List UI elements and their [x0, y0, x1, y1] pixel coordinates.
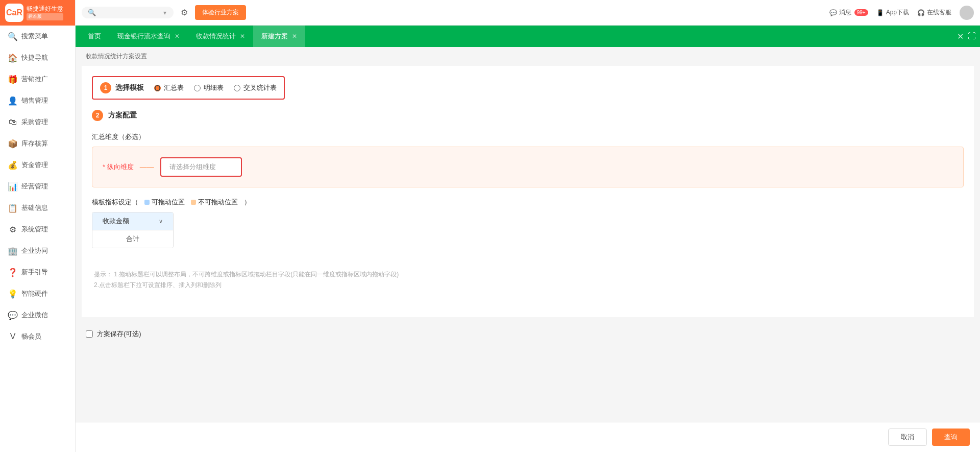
radio-交叉统计表[interactable]: 交叉统计表: [234, 83, 277, 92]
settings-icon[interactable]: ⚙: [179, 6, 190, 19]
query-button[interactable]: 查询: [932, 429, 970, 446]
nav-label: 畅会员: [21, 332, 41, 341]
service-item[interactable]: 🎧 在线客服: [917, 8, 951, 17]
sidebar-item-快捷导航[interactable]: 🏠快捷导航: [0, 47, 75, 68]
logo-icon: CaR: [5, 4, 23, 22]
sidebar-item-畅会员[interactable]: V畅会员: [0, 326, 75, 347]
sidebar-item-企业协同[interactable]: 🏢企业协同: [0, 240, 75, 261]
radio-input-1[interactable]: [194, 85, 201, 91]
message-icon: 💬: [829, 9, 837, 16]
tab-label: 现金银行流水查询: [117, 32, 170, 41]
logo-text: 畅捷通好生意 标准版: [27, 5, 63, 20]
non-draggable-label: 不可拖动位置: [198, 198, 238, 207]
save-label: 方案保存(可选): [97, 329, 141, 339]
message-item[interactable]: 💬 消息 99+: [829, 8, 868, 17]
sidebar-item-搜索菜单[interactable]: 🔍搜索菜单: [0, 26, 75, 47]
sidebar-item-营销推广[interactable]: 🎁营销推广: [0, 68, 75, 90]
avatar[interactable]: [960, 6, 974, 20]
step1-section: 1 选择模板 汇总表明细表交叉统计表: [92, 76, 964, 100]
sidebar-item-采购管理[interactable]: 🛍采购管理: [0, 111, 75, 133]
nav-label: 营销推广: [21, 75, 48, 84]
sidebar-item-智能硬件[interactable]: 💡智能硬件: [0, 283, 75, 304]
nav-label: 资金管理: [21, 160, 48, 170]
expand-icon[interactable]: ⛶: [968, 32, 976, 41]
breadcrumb: 收款情况统计方案设置: [76, 47, 980, 66]
download-item[interactable]: 📱 App下载: [876, 8, 909, 17]
nav-icon: 🏢: [8, 246, 17, 255]
nav-icon: 🔍: [8, 32, 17, 41]
indicator-table-row: 合计: [92, 230, 173, 248]
step2-header: 2 方案配置: [92, 110, 964, 125]
nav-label: 搜索菜单: [21, 32, 48, 41]
tab-close-icon[interactable]: ✕: [175, 33, 180, 40]
tabbar: 首页现金银行流水查询✕收款情况统计✕新建方案✕✕⛶: [76, 26, 980, 47]
sidebar-item-经营管理[interactable]: 📊经营管理: [0, 176, 75, 197]
indicator-settings: 模板指标设定（ 可拖动位置 不可拖动位置 ） 收款金额: [92, 198, 964, 250]
dimension-grid: * 纵向维度 —— 请选择分组维度: [92, 147, 964, 187]
dimension-section: 汇总维度（必选） * 纵向维度 —— 请选择分组维度: [92, 132, 964, 187]
sidebar-item-资金管理[interactable]: 💰资金管理: [0, 154, 75, 176]
nav-icon: 👤: [8, 96, 17, 105]
page-content: 收款情况统计方案设置 1 选择模板 汇总表明细表交叉统计表 2: [76, 47, 980, 422]
indicator-dropdown-chevron[interactable]: ∨: [159, 218, 163, 225]
close-all-icon[interactable]: ✕: [957, 32, 964, 41]
sidebar-item-基础信息[interactable]: 📋基础信息: [0, 197, 75, 219]
tab-label: 新建方案: [261, 32, 288, 41]
topbar-right: 💬 消息 99+ 📱 App下载 🎧 在线客服: [829, 6, 974, 20]
step1-title: 选择模板: [115, 83, 144, 92]
nav-label: 系统管理: [21, 225, 48, 234]
nav-icon: 📦: [8, 139, 17, 148]
sidebar-item-系统管理[interactable]: ⚙系统管理: [0, 219, 75, 240]
nav-label: 经营管理: [21, 182, 48, 191]
tab-3[interactable]: 新建方案✕: [253, 26, 305, 47]
nav-label: 基础信息: [21, 203, 48, 212]
tips-section: 提示： 1.拖动标题栏可以调整布局，不可跨维度或指标区域拖动栏目字段(只能在同一…: [92, 265, 964, 297]
search-icon: 🔍: [88, 9, 96, 16]
radio-汇总表[interactable]: 汇总表: [154, 83, 184, 92]
step1-badge: 1: [100, 82, 111, 93]
search-dropdown-arrow[interactable]: ▾: [163, 9, 166, 16]
topbar: 🔍 ▾ ⚙ 体验行业方案 💬 消息 99+ 📱 App下载 🎧 在线客服: [76, 0, 980, 26]
radio-input-2[interactable]: [234, 85, 240, 91]
radio-input-0[interactable]: [154, 85, 161, 91]
tab-close-icon[interactable]: ✕: [292, 33, 297, 40]
nav-icon: ❓: [8, 268, 17, 277]
nav-icon: 📋: [8, 203, 17, 212]
message-badge: 99+: [854, 9, 868, 16]
radio-明细表[interactable]: 明细表: [194, 83, 224, 92]
nav-label: 库存核算: [21, 139, 48, 148]
indicator-table: 收款金额 ∨ 合计: [92, 212, 174, 248]
tab-1[interactable]: 现金银行流水查询✕: [109, 26, 188, 47]
tab-0[interactable]: 首页: [80, 26, 109, 47]
footer: 取消 查询: [76, 422, 980, 452]
dimension-select[interactable]: 请选择分组维度: [160, 157, 242, 177]
nav-icon: 💰: [8, 160, 17, 170]
nav-label: 销售管理: [21, 96, 48, 105]
indicator-table-header-label: 收款金额: [103, 217, 129, 226]
search-bar[interactable]: 🔍 ▾: [82, 7, 174, 18]
tab-2[interactable]: 收款情况统计✕: [188, 26, 253, 47]
indicator-table-header[interactable]: 收款金额 ∨: [92, 212, 173, 230]
sidebar-item-销售管理[interactable]: 👤销售管理: [0, 90, 75, 111]
sidebar-item-库存核算[interactable]: 📦库存核算: [0, 133, 75, 154]
nav-label: 企业协同: [21, 246, 48, 255]
tab-close-icon[interactable]: ✕: [240, 33, 245, 40]
sidebar-item-企业微信[interactable]: 💬企业微信: [0, 304, 75, 326]
search-input[interactable]: [99, 9, 160, 16]
indicator-settings-label: 模板指标设定（: [92, 198, 138, 207]
step1-header: 1 选择模板 汇总表明细表交叉统计表: [92, 76, 964, 100]
radio-label-2: 交叉统计表: [243, 83, 277, 92]
sidebar: CaR 畅捷通好生意 标准版 🔍搜索菜单🏠快捷导航🎁营销推广👤销售管理🛍采购管理…: [0, 0, 76, 452]
drag-dot: [144, 200, 150, 205]
nav-label: 新手引导: [21, 268, 48, 277]
trial-button[interactable]: 体验行业方案: [195, 5, 246, 20]
service-icon: 🎧: [917, 9, 925, 16]
template-selection-box: 1 选择模板 汇总表明细表交叉统计表: [92, 76, 285, 100]
nav-icon: 🏠: [8, 53, 17, 62]
save-checkbox[interactable]: [86, 330, 93, 338]
dimension-label: 汇总维度（必选）: [92, 132, 964, 141]
step2-badge: 2: [92, 110, 103, 121]
cancel-button[interactable]: 取消: [888, 429, 927, 446]
sidebar-item-新手引导[interactable]: ❓新手引导: [0, 261, 75, 283]
nav-label: 智能硬件: [21, 289, 48, 298]
